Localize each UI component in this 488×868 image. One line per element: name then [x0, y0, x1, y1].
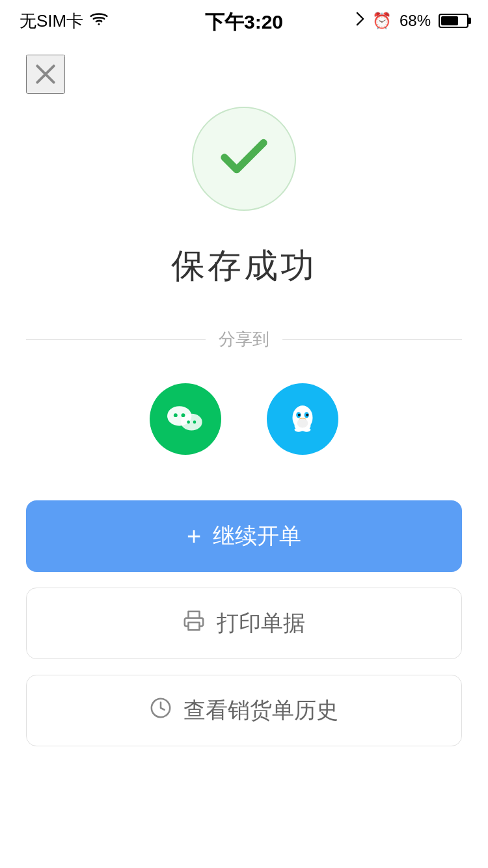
svg-point-0 — [98, 23, 100, 25]
close-button[interactable] — [26, 55, 65, 94]
alarm-icon: ⏰ — [372, 12, 392, 30]
divider-row: 分享到 — [26, 328, 462, 351]
divider-label: 分享到 — [219, 328, 269, 351]
share-row — [150, 383, 338, 455]
status-right: ⏰ 68% — [350, 12, 468, 30]
status-bar: 无SIM卡 下午3:20 ⏰ 68% — [0, 0, 488, 42]
success-icon-wrap — [192, 107, 296, 211]
svg-point-11 — [298, 414, 301, 416]
plus-icon: + — [187, 522, 201, 550]
wifi-icon — [90, 10, 108, 33]
svg-point-13 — [306, 414, 308, 416]
print-icon — [183, 610, 205, 637]
wechat-share-button[interactable] — [150, 383, 221, 455]
print-label: 打印单据 — [217, 608, 305, 638]
svg-point-18 — [297, 418, 308, 427]
status-time: 下午3:20 — [205, 9, 283, 36]
svg-rect-19 — [189, 623, 200, 630]
carrier-label: 无SIM卡 — [20, 10, 83, 33]
checkmark-icon — [215, 128, 273, 189]
svg-point-7 — [187, 420, 190, 424]
divider-left — [26, 339, 206, 340]
clock-icon — [150, 697, 172, 724]
continue-label: 继续开单 — [213, 521, 301, 551]
print-button[interactable]: 打印单据 — [26, 588, 462, 659]
status-left: 无SIM卡 — [20, 10, 108, 33]
qq-share-button[interactable] — [267, 383, 338, 455]
success-title: 保存成功 — [171, 243, 317, 289]
battery-percentage: 68% — [400, 12, 431, 30]
location-icon — [350, 12, 364, 30]
battery-icon — [439, 14, 468, 28]
svg-point-6 — [182, 413, 185, 417]
divider-right — [282, 339, 462, 340]
continue-button[interactable]: + 继续开单 — [26, 500, 462, 572]
svg-point-8 — [193, 420, 197, 424]
main-content: 保存成功 分享到 — [0, 42, 488, 868]
history-button[interactable]: 查看销货单历史 — [26, 675, 462, 746]
actions-wrap: + 继续开单 打印单据 查看销货单历史 — [26, 500, 462, 746]
svg-point-5 — [174, 413, 178, 417]
history-label: 查看销货单历史 — [183, 696, 338, 726]
